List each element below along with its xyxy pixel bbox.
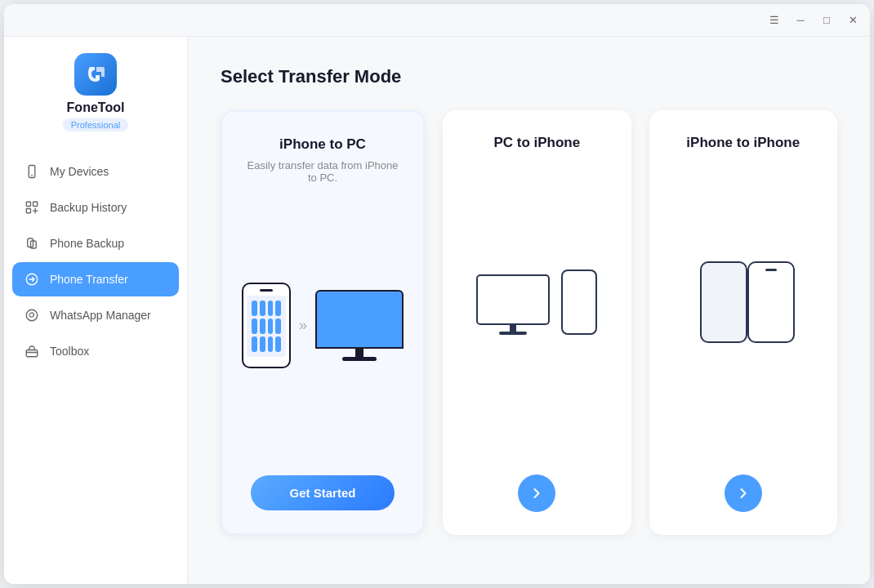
transfer-icon bbox=[24, 271, 40, 287]
pc-monitor bbox=[476, 274, 550, 325]
pc-to-iphone-button[interactable] bbox=[518, 474, 555, 512]
pc-stand bbox=[510, 325, 516, 332]
transfer-arrows: » bbox=[299, 317, 307, 334]
sidebar-label-toolbox: Toolbox bbox=[50, 345, 89, 358]
sidebar-item-phone-transfer[interactable]: Phone Transfer bbox=[12, 262, 179, 296]
phone-small-shape bbox=[561, 270, 597, 335]
pc-foot bbox=[499, 332, 527, 335]
svg-rect-3 bbox=[26, 209, 30, 213]
sidebar-item-my-devices[interactable]: My Devices bbox=[12, 154, 179, 189]
main-content: Select Transfer Mode iPhone to PC Easily… bbox=[188, 37, 870, 584]
sidebar-item-phone-backup[interactable]: Phone Backup bbox=[12, 226, 179, 261]
get-started-button[interactable]: Get Started bbox=[251, 475, 395, 510]
phone-back-shape bbox=[700, 261, 747, 343]
app-name: FoneTool bbox=[67, 100, 125, 115]
card-pc-to-iphone: PC to iPhone bbox=[443, 110, 631, 535]
phone-front-shape bbox=[747, 261, 795, 343]
card-iphone-to-pc-title: iPhone to PC bbox=[279, 136, 366, 153]
iphone-to-iphone-button[interactable] bbox=[725, 474, 762, 512]
iphone-to-pc-illustration: » bbox=[242, 203, 404, 448]
iphone-pc-graphic: » bbox=[242, 283, 404, 368]
logo-svg bbox=[83, 62, 108, 87]
sidebar-logo: FoneTool Professional bbox=[4, 53, 187, 131]
pc-iphone-graphic bbox=[476, 270, 597, 335]
cloud-icon bbox=[24, 235, 40, 252]
app-badge: Professional bbox=[63, 118, 129, 131]
svg-rect-2 bbox=[26, 202, 30, 206]
pc-to-iphone-illustration bbox=[462, 158, 612, 447]
monitor-shape bbox=[315, 290, 404, 361]
sidebar: FoneTool Professional My Devices bbox=[4, 37, 188, 584]
svg-rect-4 bbox=[33, 202, 38, 206]
sidebar-item-backup-history[interactable]: Backup History bbox=[12, 190, 179, 225]
pc-shape bbox=[476, 274, 550, 335]
iphone-to-iphone-illustration bbox=[669, 158, 818, 447]
svg-rect-11 bbox=[26, 350, 38, 357]
app-logo-icon bbox=[74, 53, 117, 96]
iphone-shape bbox=[242, 283, 291, 368]
app-window: ☰ ─ □ ✕ FoneTool Professional bbox=[4, 4, 870, 584]
chat-icon bbox=[24, 307, 40, 323]
monitor-base bbox=[342, 357, 377, 361]
phone-icon bbox=[24, 163, 40, 180]
toolbox-icon bbox=[24, 343, 40, 359]
card-iphone-to-pc-desc: Easily transfer data from iPhone to PC. bbox=[242, 159, 404, 184]
close-button[interactable]: ✕ bbox=[845, 13, 860, 28]
sidebar-label-phone-transfer: Phone Transfer bbox=[50, 273, 128, 286]
sidebar-label-backup-history: Backup History bbox=[50, 201, 127, 214]
card-iphone-to-iphone: iPhone to iPhone bbox=[649, 110, 838, 535]
card-iphone-to-iphone-title: iPhone to iPhone bbox=[686, 135, 800, 151]
card-pc-to-iphone-title: PC to iPhone bbox=[493, 135, 580, 151]
page-title: Select Transfer Mode bbox=[221, 66, 837, 87]
titlebar: ☰ ─ □ ✕ bbox=[4, 4, 870, 37]
sidebar-label-whatsapp-manager: WhatsApp Manager bbox=[50, 309, 151, 322]
main-layout: FoneTool Professional My Devices bbox=[4, 37, 870, 584]
monitor-screen bbox=[315, 290, 404, 349]
sidebar-label-phone-backup: Phone Backup bbox=[50, 237, 124, 250]
sidebar-item-whatsapp-manager[interactable]: WhatsApp Manager bbox=[12, 298, 179, 332]
card-iphone-to-pc: iPhone to PC Easily transfer data from i… bbox=[221, 110, 425, 535]
sidebar-item-toolbox[interactable]: Toolbox bbox=[12, 334, 179, 368]
minimize-button[interactable]: ─ bbox=[793, 13, 808, 28]
iphone-iphone-graphic bbox=[692, 261, 795, 343]
svg-point-10 bbox=[26, 310, 38, 321]
phone-screen bbox=[247, 296, 286, 357]
menu-button[interactable]: ☰ bbox=[767, 13, 782, 28]
transfer-cards-row: iPhone to PC Easily transfer data from i… bbox=[221, 110, 837, 535]
sidebar-label-my-devices: My Devices bbox=[50, 165, 109, 178]
sidebar-navigation: My Devices Backup History bbox=[4, 154, 187, 368]
maximize-button[interactable]: □ bbox=[819, 13, 834, 28]
backup-icon bbox=[24, 199, 40, 216]
monitor-neck bbox=[355, 349, 363, 357]
